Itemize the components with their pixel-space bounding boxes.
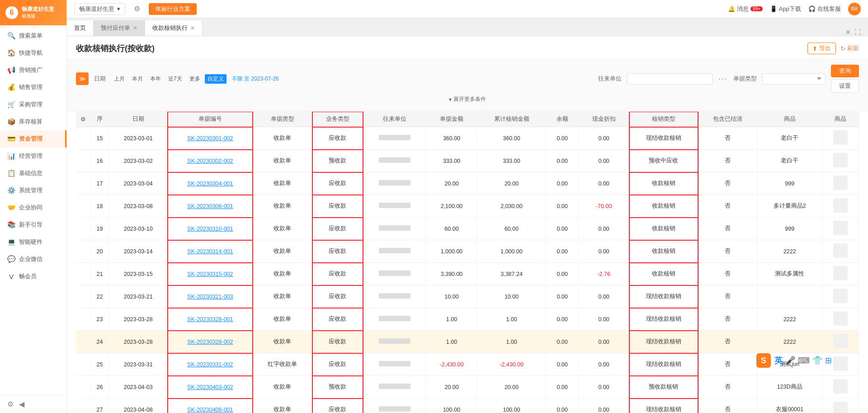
cell-product2 [822, 399, 859, 413]
doc-no-link[interactable]: SK-20230310-001 [187, 226, 233, 232]
cell-doc-type: 收款单 [253, 218, 312, 240]
cell-cash-discount: 0.00 [579, 150, 629, 172]
doc-no-link[interactable]: SK-20230315-002 [187, 271, 233, 277]
doc-no-link[interactable]: SK-20230301-002 [187, 135, 233, 142]
cell-balance: 0.00 [546, 240, 579, 263]
cell-doc-no: SK-20230310-001 [168, 218, 253, 240]
th-settings[interactable]: ⚙ [76, 112, 91, 127]
sidebar-settings-btn[interactable]: ⚙ [7, 400, 14, 408]
partner-input[interactable] [627, 73, 713, 85]
date-btn-last-month[interactable]: 上月 [111, 74, 127, 84]
cell-biz-type: 应收款 [312, 195, 363, 218]
sidebar-item-search[interactable]: 🔍 搜索菜单 [0, 27, 66, 44]
cell-balance: 0.00 [546, 263, 579, 285]
sidebar-item-member[interactable]: V 畅会员 [0, 268, 66, 285]
sidebar-item-shortcut[interactable]: 🏠 快捷导航 [0, 44, 66, 62]
tab-prepay-close[interactable]: ✕ [133, 25, 137, 31]
date-btn-custom[interactable]: 自定义 [205, 74, 226, 84]
query-button[interactable]: 查询 [831, 65, 859, 77]
cell-settings [76, 195, 91, 218]
doc-no-link[interactable]: SK-20230403-002 [187, 384, 233, 390]
refresh-icon: ↻ [840, 45, 845, 52]
sidebar-item-basic[interactable]: 📋 基础信息 [0, 165, 66, 182]
page-title: 收款核销执行(按收款) [76, 43, 155, 54]
tab-maximize-button[interactable]: ⛶ [854, 28, 861, 36]
cell-settings [76, 263, 91, 285]
doc-no-link[interactable]: SK-20230328-002 [187, 339, 233, 345]
doc-no-link[interactable]: SK-20230408-001 [187, 407, 233, 413]
th-product2: 商品 [822, 112, 859, 127]
cell-total-cancel: 333.00 [477, 150, 546, 172]
cell-product2 [822, 285, 859, 308]
tab-collection-close[interactable]: ✕ [190, 25, 195, 31]
app-selector[interactable]: 畅康道好生意 ▾ [74, 3, 125, 15]
cell-total-cancel: 1,000.00 [477, 240, 546, 263]
page-content: 收款核销执行(按收款) ⬆ 导出 ↻ 刷新 ≫ 日期 上月 本月 [67, 36, 868, 413]
refresh-button[interactable]: ↻ 刷新 [840, 43, 859, 54]
tab-home[interactable]: 首页 [67, 20, 94, 36]
cell-amount: 10.00 [426, 285, 477, 308]
export-button[interactable]: ⬆ 导出 [807, 43, 836, 54]
cell-biz-type: 应收款 [312, 331, 363, 353]
doc-type-select[interactable] [762, 73, 826, 85]
cell-cancel-type: 收款核销 [629, 240, 698, 263]
logo-badge: 标准版 [22, 13, 54, 19]
doc-no-link[interactable]: SK-20230328-001 [187, 316, 233, 323]
cell-balance: 0.00 [546, 172, 579, 195]
cell-settings [76, 308, 91, 331]
doc-no-link[interactable]: SK-20230304-001 [187, 180, 233, 187]
doc-no-link[interactable]: SK-20230321-003 [187, 294, 233, 300]
cell-total-cancel: 3,387.24 [477, 263, 546, 285]
notifications-button[interactable]: 🔔 消息 99+ [728, 5, 763, 13]
sidebar-item-finance[interactable]: 💳 资金管理 [0, 130, 66, 147]
table-row: 24 2023-03-28 SK-20230328-002 收款单 应收款 1.… [76, 331, 859, 353]
expand-conditions-button[interactable]: ▾ 展开更多条件 [449, 95, 486, 103]
date-btn-7days[interactable]: 近7天 [165, 74, 185, 84]
cell-doc-type: 收款单 [253, 331, 312, 353]
cell-doc-no: SK-20230331-002 [168, 353, 253, 376]
tab-close-all-button[interactable]: ✕ [845, 28, 851, 36]
doc-no-link[interactable]: SK-20230314-001 [187, 248, 233, 255]
logo-icon: 6 [5, 6, 18, 19]
date-btn-more[interactable]: 更多 [187, 74, 203, 84]
sidebar-item-inventory[interactable]: 📦 库存核算 [0, 113, 66, 130]
sidebar-item-operations[interactable]: 📊 经营管理 [0, 147, 66, 165]
sidebar-item-corp[interactable]: 🤝 企业协同 [0, 199, 66, 216]
cell-include-settled: 否 [698, 150, 758, 172]
cell-doc-no: SK-20230408-001 [168, 399, 253, 413]
sidebar-item-sales[interactable]: 💰 销售管理 [0, 79, 66, 96]
industry-button[interactable]: 体验行业方案 [149, 3, 197, 15]
cell-cancel-type: 现结收款核销 [629, 331, 698, 353]
tab-prepay[interactable]: 预付应付单 ✕ [94, 20, 145, 36]
filter-toggle-button[interactable]: ≫ [76, 72, 89, 85]
main-table: ⚙ 序 日期 单据编号 单据类型 业务类型 往来单位 单据金额 累计核销金额 余… [76, 112, 859, 413]
cell-num: 19 [91, 218, 109, 240]
cell-cancel-type: 收款核销 [629, 218, 698, 240]
more-dots[interactable]: ··· [718, 74, 728, 84]
cell-biz-type: 应收款 [312, 127, 363, 150]
table-container[interactable]: ⚙ 序 日期 单据编号 单据类型 业务类型 往来单位 单据金额 累计核销金额 余… [67, 112, 868, 413]
date-btn-this-year[interactable]: 本年 [147, 74, 164, 84]
cell-doc-type: 收款单 [253, 240, 312, 263]
app-download-button[interactable]: 📱 App下载 [770, 5, 801, 13]
cell-settings [76, 353, 91, 376]
doc-no-link[interactable]: SK-20230308-001 [187, 203, 233, 209]
date-btn-this-month[interactable]: 本月 [129, 74, 146, 84]
online-service-button[interactable]: 🎧 在线客服 [808, 5, 841, 13]
sidebar-item-marketing[interactable]: 📢 营销推广 [0, 62, 66, 79]
doc-no-link[interactable]: SK-20230331-002 [187, 361, 233, 368]
sidebar-item-guide[interactable]: 📚 新手引导 [0, 216, 66, 233]
sidebar-collapse-btn[interactable]: ◀ [19, 400, 24, 408]
sidebar-item-hardware[interactable]: 💻 智能硬件 [0, 233, 66, 251]
watermark: S 英 🎤 ⌨ 👕 ⊞ [756, 353, 832, 368]
user-avatar[interactable]: Rit [848, 3, 861, 15]
cell-date: 2023-03-14 [109, 240, 168, 263]
tab-collection[interactable]: 收款核销执行 ✕ [145, 20, 203, 36]
sidebar-item-wechat[interactable]: 💬 企业微信 [0, 251, 66, 268]
gear-button[interactable]: ⚙ [131, 3, 143, 15]
filter-settings-button[interactable]: 设置 [831, 79, 859, 93]
sidebar-item-purchase[interactable]: 🛒 采购管理 [0, 96, 66, 113]
doc-no-link[interactable]: SK-20230302-002 [187, 158, 233, 164]
wechat-icon: 💬 [7, 255, 15, 263]
sidebar-item-system[interactable]: ⚙️ 系统管理 [0, 182, 66, 199]
